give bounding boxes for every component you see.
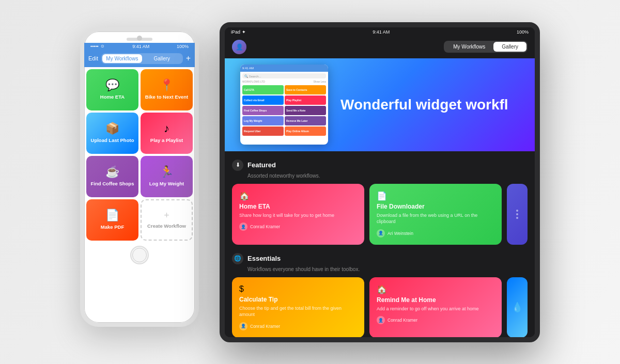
card-file-downloader-title: File Downloader xyxy=(377,203,494,210)
home-eta-label: Home ETA xyxy=(100,94,125,100)
mini-tile-4: Play Playlist xyxy=(285,96,326,105)
phone-tab-gallery[interactable]: Gallery xyxy=(142,54,182,63)
essentials-subtitle: Workflows everyone should have in their … xyxy=(247,266,528,272)
signal-text: ••••• xyxy=(90,44,99,49)
home-eta-icon: 💬 xyxy=(105,78,119,92)
author-avatar-3: 👤 xyxy=(239,322,247,330)
card-home-eta-icon: 🏠 xyxy=(239,191,357,201)
phone-notch xyxy=(84,31,195,43)
author-avatar-1: 👤 xyxy=(239,223,247,231)
essentials-title: Essentials xyxy=(247,255,281,262)
phone-nav: Edit My Workflows Gallery + xyxy=(84,50,195,67)
essentials-cards-row: $ Calculate Tip Choose the tip and get t… xyxy=(232,277,528,337)
card-tip-author: 👤 Conrad Kramer xyxy=(239,322,357,330)
card-file-downloader[interactable]: 📄 File Downloader Download a file from t… xyxy=(369,184,502,245)
wifi-icon: ⊙ xyxy=(101,44,104,49)
edit-button[interactable]: Edit xyxy=(88,55,98,61)
card-remind-icon: 🏠 xyxy=(377,284,494,294)
create-workflow-icon: + xyxy=(164,210,169,221)
card-remind-desc: Add a reminder to go off when you arrive… xyxy=(377,306,494,312)
tile-home-eta[interactable]: 💬 Home ETA xyxy=(86,69,138,110)
tablet-tab-my-workflows[interactable]: My Workflows xyxy=(445,42,493,52)
signal-dots: ••••• ⊙ xyxy=(90,44,105,49)
card-remind-title: Remind Me at Home xyxy=(377,296,494,304)
phone-status-bar: ••••• ⊙ 9:41 AM 100% xyxy=(84,43,195,50)
featured-cards-row: 🏠 Home ETA Share how long it will take f… xyxy=(232,184,528,245)
battery-text: 100% xyxy=(177,44,189,49)
author-name-1: Conrad Kramer xyxy=(250,224,280,229)
card-home-eta-desc: Share how long it will take for you to g… xyxy=(239,212,357,219)
featured-section-header: ⬇ Featured xyxy=(232,160,528,171)
mini-tile-1: Call ETA xyxy=(242,85,284,94)
tile-bike-event[interactable]: 📍 Bike to Next Event xyxy=(141,69,193,110)
tablet-tab-gallery[interactable]: Gallery xyxy=(493,42,526,52)
tile-create-workflow[interactable]: + Create Workflow xyxy=(141,199,193,241)
card-tip-desc: Choose the tip and get the total bill fr… xyxy=(239,305,357,318)
make-pdf-label: Make PDF xyxy=(101,224,124,230)
scene: ••••• ⊙ 9:41 AM 100% Edit My Workflows G… xyxy=(0,0,620,364)
card-home-eta[interactable]: 🏠 Home ETA Share how long it will take f… xyxy=(232,184,364,245)
play-playlist-icon: ♪ xyxy=(164,122,169,135)
log-weight-label: Log My Weight xyxy=(149,181,184,187)
card-calculate-tip[interactable]: $ Calculate Tip Choose the tip and get t… xyxy=(232,277,364,337)
phone-time: 9:41 AM xyxy=(132,44,149,49)
home-button-ring xyxy=(132,248,147,262)
create-workflow-label: Create Workflow xyxy=(147,223,186,229)
tablet-device-label: iPad ✦ xyxy=(231,29,246,35)
card-blue-overflow: 💧 xyxy=(507,277,528,337)
card-overflow xyxy=(507,184,528,245)
card-remind-author: 👤 Conrad Kramer xyxy=(377,316,494,324)
mini-grid: Call ETA Save to Contacts Collect via Em… xyxy=(240,84,328,137)
phone: ••••• ⊙ 9:41 AM 100% Edit My Workflows G… xyxy=(80,27,199,327)
card-tip-title: Calculate Tip xyxy=(239,296,357,303)
featured-subtitle: Assorted noteworthy workflows. xyxy=(247,173,528,179)
tablet-app-icon: 👤 xyxy=(232,40,246,54)
log-weight-icon: 🏃 xyxy=(160,165,174,179)
bike-event-icon: 📍 xyxy=(160,78,174,92)
featured-section-icon: ⬇ xyxy=(232,160,243,171)
make-pdf-icon: 📄 xyxy=(105,209,119,222)
mini-tile-6: Send Me a Note xyxy=(285,106,326,115)
tablet-tab-group: My Workflows Gallery xyxy=(444,41,528,53)
tablet-nav: 👤 My Workflows Gallery xyxy=(225,37,535,58)
author-name-3: Conrad Kramer xyxy=(250,324,280,329)
tile-upload-photo[interactable]: 📦 Upload Last Photo xyxy=(86,113,138,154)
card-file-downloader-icon: 📄 xyxy=(377,191,494,201)
hero-text: Wonderful widget workfl xyxy=(340,97,508,113)
card-remind-home[interactable]: 🏠 Remind Me at Home Add a reminder to go… xyxy=(369,277,502,337)
mini-tile-9: Request Uber xyxy=(242,126,284,136)
phone-tab-my-workflows[interactable]: My Workflows xyxy=(102,54,142,63)
mini-status: 9:41 AM xyxy=(240,65,328,72)
tablet: iPad ✦ 9:41 AM 100% 👤 My Workflows Galle… xyxy=(220,22,540,342)
camera xyxy=(137,36,142,41)
author-avatar-4: 👤 xyxy=(377,316,385,324)
home-button[interactable] xyxy=(130,246,149,264)
mini-tile-2: Save to Contacts xyxy=(285,85,326,94)
author-name-2: Ari Weinstein xyxy=(388,231,413,236)
upload-photo-icon: 📦 xyxy=(105,122,119,135)
tile-log-weight[interactable]: 🏃 Log My Weight xyxy=(141,156,193,197)
tablet-status-bar: iPad ✦ 9:41 AM 100% xyxy=(225,27,535,37)
mini-tile-3: Collect via Email xyxy=(242,96,284,105)
upload-photo-label: Upload Last Photo xyxy=(91,137,134,144)
mini-tile-7: Log My Weight xyxy=(242,116,284,125)
card-file-downloader-desc: Download a file from the web using a URL… xyxy=(377,212,494,225)
hero-title: Wonderful widget workfl xyxy=(340,97,508,113)
play-playlist-label: Play a Playlist xyxy=(150,137,183,144)
tablet-screen: iPad ✦ 9:41 AM 100% 👤 My Workflows Galle… xyxy=(225,27,535,337)
bike-event-label: Bike to Next Event xyxy=(145,94,188,100)
card-file-downloader-author: 👤 Ari Weinstein xyxy=(377,229,494,238)
hero-screenshot: 9:41 AM 🔍 Search... WORKFLOWS LTDShow Le… xyxy=(240,65,328,145)
coffee-shops-label: Find Coffee Shops xyxy=(91,181,134,187)
tile-play-playlist[interactable]: ♪ Play a Playlist xyxy=(141,113,193,154)
mini-tile-10: Play Online Album xyxy=(285,126,326,136)
tablet-battery: 100% xyxy=(517,29,529,35)
coffee-shops-icon: ☕ xyxy=(105,165,119,179)
tile-coffee-shops[interactable]: ☕ Find Coffee Shops xyxy=(86,156,138,197)
featured-title: Featured xyxy=(247,161,276,169)
tile-make-pdf[interactable]: 📄 Make PDF xyxy=(86,199,138,241)
add-workflow-button[interactable]: + xyxy=(186,54,191,63)
mini-tile-8: Remove Me Later xyxy=(285,116,326,125)
mini-search: 🔍 Search... xyxy=(242,73,326,78)
author-avatar-2: 👤 xyxy=(377,229,385,238)
